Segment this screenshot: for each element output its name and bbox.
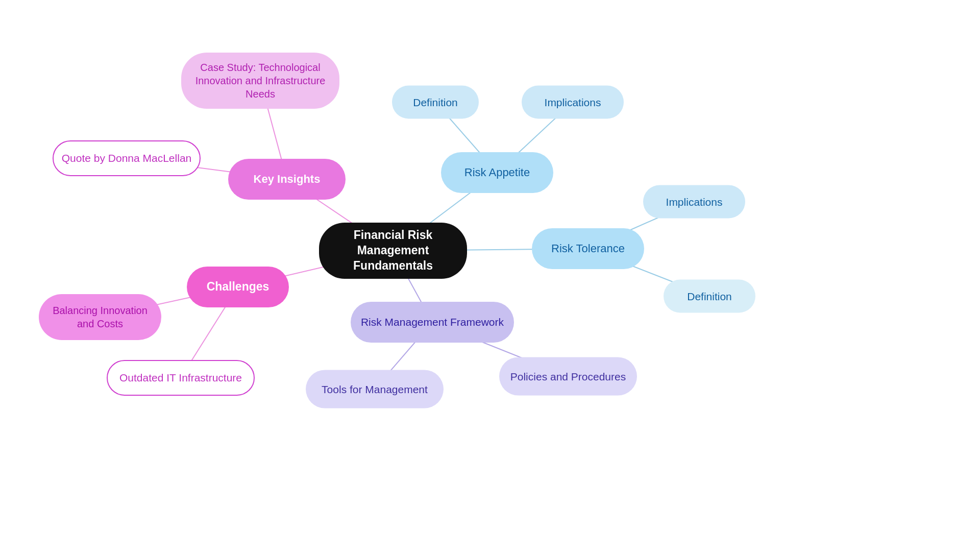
node-key_insights[interactable]: Key Insights [228,159,346,200]
node-balancing[interactable]: Balancing Innovation and Costs [39,294,161,340]
node-label-key_insights: Key Insights [249,172,326,187]
node-definition_1[interactable]: Definition [392,86,479,119]
node-label-implications_2: Implications [661,195,728,208]
node-quote[interactable]: Quote by Donna MacLellan [53,140,201,176]
node-label-center: Financial Risk Management Fundamentals [319,228,467,274]
node-label-outdated: Outdated IT Infrastructure [114,371,247,384]
node-tools[interactable]: Tools for Management [306,370,444,408]
node-label-risk_tolerance: Risk Tolerance [546,242,630,256]
node-case_study[interactable]: Case Study: Technological Innovation and… [181,53,339,109]
node-label-risk_appetite: Risk Appetite [459,165,535,180]
node-risk_appetite[interactable]: Risk Appetite [441,152,553,193]
node-implications_2[interactable]: Implications [643,185,745,219]
node-definition_2[interactable]: Definition [664,280,755,313]
node-challenges[interactable]: Challenges [187,267,289,307]
node-label-risk_framework: Risk Management Framework [356,315,509,329]
node-risk_framework[interactable]: Risk Management Framework [351,302,514,343]
node-label-implications_1: Implications [540,95,606,109]
node-implications_1[interactable]: Implications [522,86,624,119]
node-label-case_study: Case Study: Technological Innovation and… [181,61,339,101]
node-risk_tolerance[interactable]: Risk Tolerance [532,228,644,269]
node-label-quote: Quote by Donna MacLellan [57,151,197,165]
node-center[interactable]: Financial Risk Management Fundamentals [319,223,467,279]
node-label-tools: Tools for Management [316,382,433,396]
node-label-definition_2: Definition [682,289,737,303]
node-label-balancing: Balancing Innovation and Costs [39,304,161,330]
node-outdated[interactable]: Outdated IT Infrastructure [107,360,255,396]
node-policies[interactable]: Policies and Procedures [499,357,637,396]
node-label-challenges: Challenges [202,279,275,295]
node-label-policies: Policies and Procedures [505,369,631,383]
node-label-definition_1: Definition [408,95,463,109]
mindmap-connections [0,0,980,553]
